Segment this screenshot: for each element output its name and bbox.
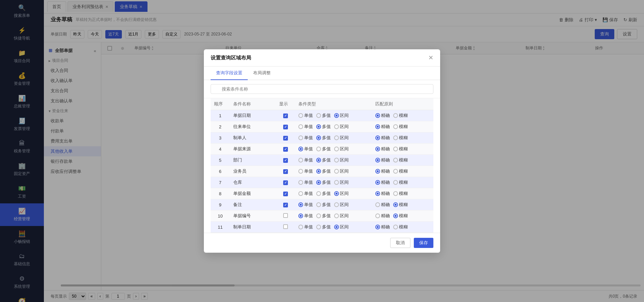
show-checkbox[interactable] bbox=[283, 213, 288, 218]
show-checkbox[interactable]: ✓ bbox=[283, 136, 288, 141]
radio-exact[interactable]: 精确 bbox=[375, 157, 390, 163]
modal-cancel-btn[interactable]: 取消 bbox=[390, 238, 410, 248]
radio-range[interactable]: 区间 bbox=[334, 191, 349, 197]
radio-range[interactable]: 区间 bbox=[334, 213, 349, 219]
cell-match: 精确模糊 bbox=[372, 199, 433, 210]
radio-exact[interactable]: 精确 bbox=[375, 135, 390, 141]
radio-exact[interactable]: 精确 bbox=[375, 112, 390, 119]
show-checkbox[interactable]: ✓ bbox=[283, 125, 288, 129]
radio-exact[interactable]: 精确 bbox=[375, 191, 390, 197]
modal-tab-field-settings[interactable]: 查询字段设置 bbox=[211, 67, 248, 80]
modal-save-btn[interactable]: 保存 bbox=[414, 238, 433, 248]
radio-single[interactable]: 单值 bbox=[298, 224, 313, 230]
cell-match: 精确模糊 bbox=[372, 144, 433, 155]
radio-exact[interactable]: 精确 bbox=[375, 224, 390, 230]
radio-multi[interactable]: 多值 bbox=[316, 168, 331, 174]
radio-multi[interactable]: 多值 bbox=[316, 124, 331, 130]
show-checkbox[interactable]: ✓ bbox=[283, 169, 288, 174]
radio-range[interactable]: 区间 bbox=[334, 224, 349, 230]
radio-exact[interactable]: 精确 bbox=[375, 168, 390, 174]
show-checkbox[interactable]: ✓ bbox=[283, 158, 288, 163]
radio-single[interactable]: 单值 bbox=[298, 146, 313, 152]
radio-multi[interactable]: 多值 bbox=[316, 135, 331, 141]
radio-range[interactable]: 区间 bbox=[334, 168, 349, 174]
radio-circle-single bbox=[298, 202, 303, 207]
radio-fuzzy[interactable]: 模糊 bbox=[393, 202, 408, 208]
radio-fuzzy[interactable]: 模糊 bbox=[393, 112, 408, 119]
cell-condition-type: 单值多值区间 bbox=[295, 210, 372, 222]
show-checkbox[interactable]: ✓ bbox=[283, 203, 288, 207]
cell-name: 单据日期 bbox=[230, 110, 276, 121]
radio-single[interactable]: 单值 bbox=[298, 191, 313, 197]
cell-name: 部门 bbox=[230, 155, 276, 166]
radio-range[interactable]: 区间 bbox=[334, 202, 349, 208]
radio-fuzzy[interactable]: 模糊 bbox=[393, 168, 408, 174]
radio-range[interactable]: 区间 bbox=[334, 146, 349, 152]
radio-exact[interactable]: 精确 bbox=[375, 124, 390, 130]
radio-single[interactable]: 单值 bbox=[298, 213, 313, 219]
th-name: 条件名称 bbox=[230, 98, 276, 110]
radio-exact[interactable]: 精确 bbox=[375, 179, 390, 185]
radio-exact[interactable]: 精确 bbox=[375, 146, 390, 152]
radio-multi[interactable]: 多值 bbox=[316, 224, 331, 230]
radio-circle-fuzzy bbox=[393, 113, 398, 118]
radio-multi[interactable]: 多值 bbox=[316, 146, 331, 152]
radio-circle-multi bbox=[316, 158, 321, 162]
modal-title: 设置查询区域布局 bbox=[211, 55, 251, 61]
cell-index: 2 bbox=[211, 121, 230, 132]
show-checkbox[interactable]: ✓ bbox=[283, 180, 288, 185]
radio-fuzzy[interactable]: 模糊 bbox=[393, 157, 408, 163]
cell-index: 1 bbox=[211, 110, 230, 121]
radio-multi[interactable]: 多值 bbox=[316, 202, 331, 208]
radio-range[interactable]: 区间 bbox=[334, 112, 349, 119]
radio-circle-fuzzy bbox=[393, 124, 398, 129]
cell-show: ✓ bbox=[276, 166, 295, 177]
cell-condition-type: 单值多值区间 bbox=[295, 132, 372, 144]
radio-circle-range bbox=[334, 213, 339, 218]
radio-single[interactable]: 单值 bbox=[298, 168, 313, 174]
show-checkbox[interactable]: ✓ bbox=[283, 114, 288, 118]
radio-circle-range bbox=[334, 191, 339, 196]
radio-multi[interactable]: 多值 bbox=[316, 112, 331, 119]
radio-multi[interactable]: 多值 bbox=[316, 213, 331, 219]
modal-tab-layout[interactable]: 布局调整 bbox=[248, 67, 276, 80]
table-row: 10单据编号单值多值区间精确模糊 bbox=[211, 210, 433, 222]
radio-circle-multi bbox=[316, 191, 321, 196]
cell-match: 精确模糊 bbox=[372, 155, 433, 166]
radio-single[interactable]: 单值 bbox=[298, 179, 313, 185]
radio-multi[interactable]: 多值 bbox=[316, 191, 331, 197]
radio-single[interactable]: 单值 bbox=[298, 135, 313, 141]
radio-fuzzy[interactable]: 模糊 bbox=[393, 191, 408, 197]
table-row: 5部门✓单值多值区间精确模糊 bbox=[211, 155, 433, 166]
radio-circle-exact bbox=[375, 180, 380, 185]
radio-range[interactable]: 区间 bbox=[334, 124, 349, 130]
radio-single[interactable]: 单值 bbox=[298, 157, 313, 163]
cell-index: 10 bbox=[211, 210, 230, 222]
radio-range[interactable]: 区间 bbox=[334, 135, 349, 141]
radio-range[interactable]: 区间 bbox=[334, 157, 349, 163]
radio-fuzzy[interactable]: 模糊 bbox=[393, 135, 408, 141]
radio-range[interactable]: 区间 bbox=[334, 179, 349, 185]
modal-close-btn[interactable]: ✕ bbox=[428, 54, 433, 61]
cell-match: 精确模糊 bbox=[372, 188, 433, 199]
radio-circle-multi bbox=[316, 147, 321, 151]
radio-single[interactable]: 单值 bbox=[298, 112, 313, 119]
cell-match: 精确模糊 bbox=[372, 222, 433, 233]
radio-multi[interactable]: 多值 bbox=[316, 179, 331, 185]
radio-single[interactable]: 单值 bbox=[298, 124, 313, 130]
cell-match: 精确模糊 bbox=[372, 110, 433, 121]
radio-fuzzy[interactable]: 模糊 bbox=[393, 213, 408, 219]
radio-exact[interactable]: 精确 bbox=[375, 213, 390, 219]
radio-single[interactable]: 单值 bbox=[298, 202, 313, 208]
show-checkbox[interactable]: ✓ bbox=[283, 192, 288, 196]
cell-show: ✓ bbox=[276, 110, 295, 121]
radio-fuzzy[interactable]: 模糊 bbox=[393, 179, 408, 185]
modal-search-input[interactable] bbox=[211, 84, 433, 94]
radio-exact[interactable]: 精确 bbox=[375, 202, 390, 208]
radio-fuzzy[interactable]: 模糊 bbox=[393, 224, 408, 230]
radio-fuzzy[interactable]: 模糊 bbox=[393, 146, 408, 152]
radio-multi[interactable]: 多值 bbox=[316, 157, 331, 163]
radio-fuzzy[interactable]: 模糊 bbox=[393, 124, 408, 130]
show-checkbox[interactable] bbox=[283, 224, 288, 229]
show-checkbox[interactable]: ✓ bbox=[283, 147, 288, 152]
